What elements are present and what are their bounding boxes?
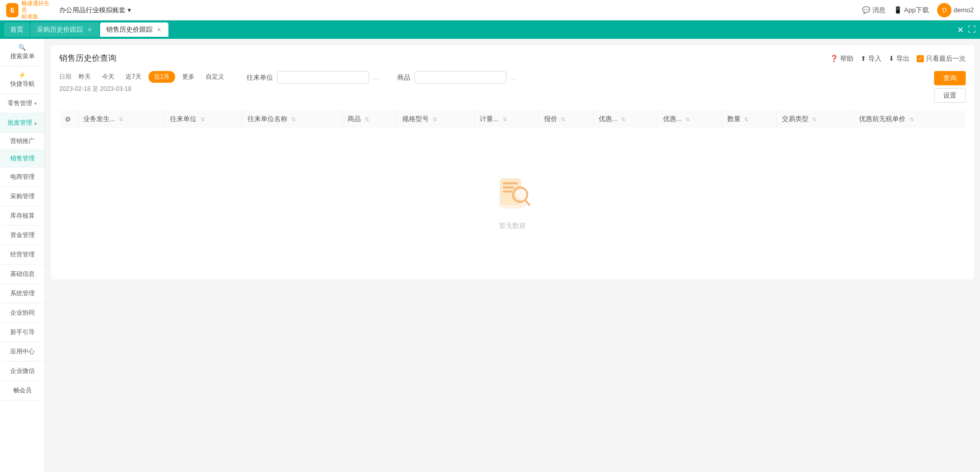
tab-bar: 首页 采购历史价跟踪 ✕ 销售历史价跟踪 ✕ ✕ ⛶ — [0, 20, 980, 39]
svg-rect-4 — [503, 191, 512, 193]
sort-arrows-discount1: ⇅ — [621, 116, 625, 122]
data-table: ⚙ 业务发生... ⇅ 往来单位 ⇅ 往来单位名称 ⇅ — [59, 110, 966, 128]
table-header-trade-type[interactable]: 交易类型 ⇅ — [776, 110, 854, 128]
only-last-checkbox-label[interactable]: ✓ 只看最后一次 — [917, 54, 966, 63]
sort-arrows-quoted-price: ⇅ — [561, 116, 565, 122]
date-filter-label: 日期 — [59, 73, 71, 81]
table-header-partner-code[interactable]: 往来单位 ⇅ — [165, 110, 242, 128]
table-header-pretax-price[interactable]: 优惠前无税单价 ⇅ — [854, 110, 966, 128]
tab-sales-history-label: 销售历史价跟踪 — [106, 25, 153, 34]
sidebar-item-fund-manage[interactable]: 资金管理 — [0, 226, 44, 245]
sidebar-item-app-center[interactable]: 应用中心 — [0, 342, 44, 362]
sidebar-item-retail-manage[interactable]: 零售管理 ▾ — [0, 94, 44, 113]
sort-arrows-spec: ⇅ — [433, 116, 437, 122]
sidebar-item-enterprise-wechat[interactable]: 企业微信 — [0, 362, 44, 381]
help-button[interactable]: ❓ 帮助 — [830, 54, 853, 63]
query-button[interactable]: 查询 — [934, 71, 966, 85]
settings-button[interactable]: 设置 — [934, 88, 966, 103]
sort-arrows-biz-date: ⇅ — [119, 116, 123, 122]
sort-arrows-discount2: ⇅ — [685, 116, 690, 122]
table-header-discount2[interactable]: 优惠... ⇅ — [657, 110, 722, 128]
partner-filter-dots[interactable]: ... — [373, 74, 379, 81]
chevron-down-icon: ▾ — [34, 101, 37, 106]
partner-filter-group: 往来单位 ... — [247, 71, 379, 84]
sidebar-item-quick-nav[interactable]: ⚡ 快捷导航 — [0, 66, 44, 94]
table-header-quoted-price[interactable]: 报价 ⇅ — [538, 110, 593, 128]
date-btn-yesterday[interactable]: 昨天 — [75, 71, 95, 83]
sidebar-item-operation-manage[interactable]: 经营管理 — [0, 245, 44, 265]
sidebar-item-purchase-manage[interactable]: 采购管理 — [0, 187, 44, 206]
export-button[interactable]: ⬇ 导出 — [889, 54, 910, 63]
app-download-button[interactable]: 📱 App下载 — [894, 6, 929, 15]
message-button[interactable]: 💬 消息 — [862, 6, 886, 15]
page-title: 销售历史价查询 — [59, 53, 116, 64]
main-container: 🔍 搜索菜单 ⚡ 快捷导航 零售管理 ▾ 批发管理 ▴ 营销推广 销售管理 电商… — [0, 39, 980, 472]
sidebar-item-search-menu[interactable]: 🔍 搜索菜单 — [0, 39, 44, 66]
user-area[interactable]: D demo2 — [937, 3, 974, 17]
sort-arrows-trade-type: ⇅ — [812, 116, 816, 122]
maximize-icon[interactable]: ⛶ — [968, 25, 976, 34]
sidebar-item-basic-info[interactable]: 基础信息 — [0, 265, 44, 284]
product-filter-group: 商品 ... — [397, 71, 516, 84]
chevron-up-icon: ▴ — [34, 120, 37, 126]
tab-home[interactable]: 首页 — [4, 22, 30, 37]
table-header-biz-date[interactable]: 业务发生... ⇅ — [78, 110, 165, 128]
date-btn-custom[interactable]: 自定义 — [202, 71, 228, 83]
sort-arrows-quantity: ⇅ — [744, 116, 748, 122]
top-bar: 6 畅捷通好生意 标准版 办公用品行业模拟账套 ▾ 💬 消息 📱 App下载 D… — [0, 0, 980, 20]
sidebar-item-inventory-check[interactable]: 库存核算 — [0, 206, 44, 226]
tab-purchase-history[interactable]: 采购历史价跟踪 ✕ — [31, 22, 99, 37]
table-header-discount1[interactable]: 优惠... ⇅ — [594, 110, 658, 128]
search-menu-icon: 🔍 — [18, 44, 26, 51]
product-filter-label: 商品 — [397, 73, 410, 82]
table-header-product[interactable]: 商品 ⇅ — [342, 110, 397, 128]
tab-bar-actions: ✕ ⛶ — [957, 25, 976, 35]
sidebar-item-marketing-promo[interactable]: 营销推广 — [0, 133, 44, 150]
product-filter-input[interactable] — [414, 71, 506, 84]
import-button[interactable]: ⬆ 导入 — [861, 54, 881, 63]
help-icon: ❓ — [830, 55, 838, 62]
sidebar-item-wholesale-manage[interactable]: 批发管理 ▴ — [0, 113, 44, 133]
table-header-settings[interactable]: ⚙ — [60, 110, 78, 128]
sidebar-item-enterprise-agreement[interactable]: 企业协同 — [0, 303, 44, 323]
product-filter-dots[interactable]: ... — [510, 74, 516, 81]
table-header-partner-name[interactable]: 往来单位名称 ⇅ — [242, 110, 342, 128]
empty-illustration — [489, 169, 535, 215]
empty-state: 暂无数据 — [59, 128, 966, 271]
logo-icon: 6 — [6, 3, 18, 17]
tab-home-label: 首页 — [10, 25, 23, 34]
sidebar-item-new-guide[interactable]: 新手引导 — [0, 323, 44, 342]
close-window-icon[interactable]: ✕ — [957, 25, 964, 35]
page-content: 销售历史价查询 ❓ 帮助 ⬆ 导入 ⬇ 导出 ✓ — [51, 45, 974, 279]
date-range-display: 2023-02-18 至 2023-03-18 — [59, 85, 228, 93]
table-header-spec[interactable]: 规格型号 ⇅ — [397, 110, 475, 128]
import-icon: ⬆ — [861, 55, 866, 62]
date-btn-7days[interactable]: 近7天 — [121, 71, 145, 83]
date-btn-1month[interactable]: 近1月 — [149, 71, 176, 83]
date-btn-more[interactable]: 更多 — [178, 71, 199, 83]
sidebar-item-ecommerce-manage[interactable]: 电商管理 — [0, 168, 44, 187]
svg-point-8 — [517, 191, 520, 194]
avatar: D — [937, 3, 951, 17]
table-header-quantity[interactable]: 数量 ⇅ — [722, 110, 776, 128]
sort-arrows-pretax-price: ⇅ — [910, 116, 914, 122]
export-icon: ⬇ — [889, 55, 894, 62]
quick-nav-icon: ⚡ — [18, 72, 26, 79]
top-bar-right: 💬 消息 📱 App下载 D demo2 — [862, 3, 974, 17]
settings-gear-icon: ⚙ — [65, 115, 71, 123]
filter-actions: 查询 设置 — [934, 71, 966, 103]
sidebar-item-member[interactable]: 畅会员 — [0, 381, 44, 400]
tab-sales-history[interactable]: 销售历史价跟踪 ✕ — [100, 22, 168, 37]
tab-sales-history-close-icon[interactable]: ✕ — [156, 26, 162, 34]
sidebar-item-system-manage[interactable]: 系统管理 — [0, 284, 44, 303]
sort-arrows-partner-code: ⇅ — [201, 116, 205, 122]
message-icon: 💬 — [862, 6, 870, 14]
svg-rect-2 — [503, 182, 518, 184]
partner-filter-input[interactable] — [277, 71, 369, 84]
tab-purchase-history-close-icon[interactable]: ✕ — [86, 26, 93, 34]
app-selector[interactable]: 办公用品行业模拟账套 ▾ — [55, 4, 135, 17]
sidebar-item-sales-manage[interactable]: 销售管理 — [0, 150, 44, 168]
table-header-unit[interactable]: 计量... ⇅ — [475, 110, 539, 128]
logo-area: 6 畅捷通好生意 标准版 — [6, 0, 51, 20]
date-btn-today[interactable]: 今天 — [98, 71, 118, 83]
